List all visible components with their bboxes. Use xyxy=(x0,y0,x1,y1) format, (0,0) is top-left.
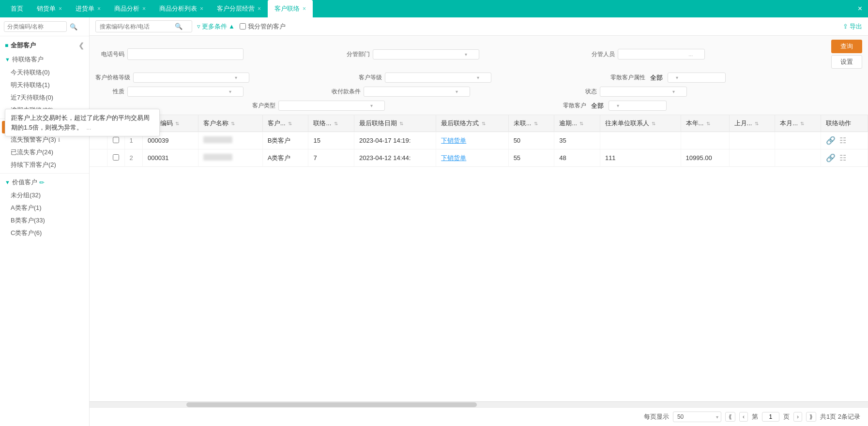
status-select[interactable]: ▾ xyxy=(600,87,687,97)
td-name-1 xyxy=(198,132,262,149)
sidebar-item-declining[interactable]: 持续下滑客户(2) xyxy=(0,159,89,171)
action-icons-1: 🔗 ☷ xyxy=(826,136,863,145)
filter-cust-type: 客户类型 ▾ xyxy=(246,101,551,111)
dept-select[interactable]: ▾ xyxy=(373,49,479,59)
row1-checkbox[interactable] xyxy=(113,137,119,143)
td-not-contact-2: 55 xyxy=(508,149,554,167)
collapse-sidebar-icon[interactable]: ❮ xyxy=(78,42,84,49)
close-purchase-order[interactable]: × xyxy=(97,5,101,12)
nav-product-analysis-list[interactable]: 商品分析列表 × xyxy=(152,0,210,17)
grid-icon-1[interactable]: ☷ xyxy=(839,136,846,145)
cust-grade-select[interactable]: ▾ xyxy=(385,73,491,83)
th-not-contact[interactable]: 未联... ⇅ xyxy=(508,115,554,132)
export-button[interactable]: ⇪ 导出 xyxy=(843,22,862,31)
filter-icon: ▿ xyxy=(197,23,200,30)
main-search-input[interactable] xyxy=(100,23,175,30)
th-this-year[interactable]: 本年... ⇅ xyxy=(681,115,729,132)
sidebar-item-tomorrow[interactable]: 明天待联络(1) xyxy=(0,79,89,91)
filter-row-4: 客户类型 ▾ 零散客户 全部 ▾ xyxy=(95,101,862,111)
sidebar-item-b-class[interactable]: B类客户(33) xyxy=(0,214,89,227)
edit-icon[interactable]: ✏ xyxy=(39,179,45,186)
th-type[interactable]: 客户... ⇅ xyxy=(262,115,308,132)
prev-page-btn[interactable]: ‹ xyxy=(739,412,748,422)
my-customers-checkbox[interactable]: 我分管的客户 xyxy=(240,22,286,31)
cust-type-select[interactable]: ▾ xyxy=(278,101,385,111)
nav-product-analysis[interactable]: 商品分析 × xyxy=(107,0,152,17)
payment-select[interactable]: ▾ xyxy=(364,87,470,97)
page-label: 第 xyxy=(752,412,758,421)
main-search-box: 🔍 xyxy=(95,20,192,32)
th-contact-person[interactable]: 往来单位联系人 ⇅ xyxy=(600,115,681,132)
close-customer-contact[interactable]: × xyxy=(303,5,306,12)
grid-icon-2[interactable]: ☷ xyxy=(839,153,846,162)
manager-more-icon[interactable]: ... xyxy=(688,51,693,57)
filter-row-3: 性质 ▾ 收付款条件 ▾ 状态 xyxy=(95,87,862,97)
query-button[interactable]: 查询 xyxy=(831,40,862,53)
row2-checkbox[interactable] xyxy=(113,154,119,161)
table-row: 2 000031 A类客户 7 xyxy=(90,149,868,167)
td-checkbox-2[interactable] xyxy=(107,149,124,167)
more-conditions-btn[interactable]: ▿ 更多条件 ▲ xyxy=(197,22,235,31)
close-product-analysis[interactable]: × xyxy=(142,5,146,12)
page-input[interactable] xyxy=(762,412,779,422)
category-search-input[interactable] xyxy=(4,21,67,32)
td-contact-person-1 xyxy=(600,132,681,149)
nav-sales-order[interactable]: 销货单 × xyxy=(30,0,69,17)
close-product-analysis-list[interactable]: × xyxy=(200,5,203,12)
phone-input[interactable] xyxy=(127,48,244,60)
sidebar-item-a-class[interactable]: A类客户(1) xyxy=(0,202,89,214)
nav-home[interactable]: 首页 xyxy=(4,0,30,17)
nature-chevron: ▾ xyxy=(229,89,231,94)
export-icon: ⇪ xyxy=(843,23,848,30)
this-year-sort-icon: ⇅ xyxy=(706,121,710,126)
close-customer-tier[interactable]: × xyxy=(258,5,261,12)
td-last-month-2 xyxy=(729,149,775,167)
sidebar-item-ungrouped[interactable]: 未分组(32) xyxy=(0,189,89,202)
th-name[interactable]: 客户名称 ⇅ xyxy=(198,115,262,132)
horizontal-scrollbar[interactable] xyxy=(90,401,868,407)
main-search-icon[interactable]: 🔍 xyxy=(175,23,183,30)
th-last-date[interactable]: 最后联络日期 ⇅ xyxy=(354,115,436,132)
sidebar-section-value[interactable]: ▼ 价值客户 ✏ xyxy=(0,176,89,189)
nature-select[interactable]: ▾ xyxy=(127,87,244,97)
price-grade-select[interactable]: ▾ xyxy=(133,73,249,83)
filter-department: 分管部门 ▾ xyxy=(341,49,580,59)
nav-customer-contact[interactable]: 客户联络 × xyxy=(268,0,313,17)
th-last-month[interactable]: 上月... ⇅ xyxy=(729,115,775,132)
last-page-btn[interactable]: ⟫ xyxy=(806,412,816,422)
close-all-tabs[interactable]: × xyxy=(858,4,862,13)
th-overdue[interactable]: 逾期... ⇅ xyxy=(554,115,600,132)
sidebar-item-today[interactable]: 今天待联络(0) xyxy=(0,66,89,79)
my-customers-check[interactable] xyxy=(240,23,246,29)
per-page-select[interactable]: 50 100 200 xyxy=(673,411,721,422)
filter-bar: 🔍 ▿ 更多条件 ▲ 我分管的客户 ⇪ 导出 xyxy=(90,17,868,36)
sidebar-section-waiting[interactable]: ▼ 待联络客户 xyxy=(0,53,89,66)
th-this-month[interactable]: 本月... ⇅ xyxy=(775,115,821,132)
manager-select[interactable]: ... xyxy=(618,49,705,59)
filter-action-btns: 查询 设置 xyxy=(831,40,862,69)
first-page-btn[interactable]: ⟪ xyxy=(725,412,735,422)
sidebar-item-churned[interactable]: 已流失客户(24) xyxy=(0,146,89,159)
td-settings-2 xyxy=(90,149,107,167)
settings-button[interactable]: 设置 xyxy=(831,55,862,69)
retail-cust-select[interactable]: ▾ xyxy=(609,101,667,111)
link-icon-1[interactable]: 🔗 xyxy=(826,136,836,145)
next-page-btn[interactable]: › xyxy=(793,412,802,422)
not-contact-sort-icon: ⇅ xyxy=(534,121,538,126)
link-icon-2[interactable]: 🔗 xyxy=(826,153,836,162)
nav-purchase-order[interactable]: 进货单 × xyxy=(69,0,107,17)
sidebar-item-c-class[interactable]: C类客户(6) xyxy=(0,227,89,239)
category-search-icon[interactable]: 🔍 xyxy=(70,23,77,30)
td-type-1: B类客户 xyxy=(262,132,308,149)
th-last-way[interactable]: 最后联络方式 ⇅ xyxy=(436,115,508,132)
total-label: 共1页 2条记录 xyxy=(820,412,860,421)
th-contact[interactable]: 联络... ⇅ xyxy=(308,115,354,132)
cust-grade-chevron: ▾ xyxy=(477,75,479,80)
nav-customer-tier[interactable]: 客户分层经营 × xyxy=(210,0,268,17)
scrollbar-thumb[interactable] xyxy=(186,402,477,407)
retail-attr-select[interactable]: ▾ xyxy=(668,73,726,83)
sidebar-all-customers[interactable]: ■ 全部客户 ❮ xyxy=(0,38,89,53)
close-sales-order[interactable]: × xyxy=(59,5,62,12)
sidebar-item-7days[interactable]: 近7天待联络(0) xyxy=(0,91,89,104)
phone-label: 电话号码 xyxy=(95,50,124,59)
